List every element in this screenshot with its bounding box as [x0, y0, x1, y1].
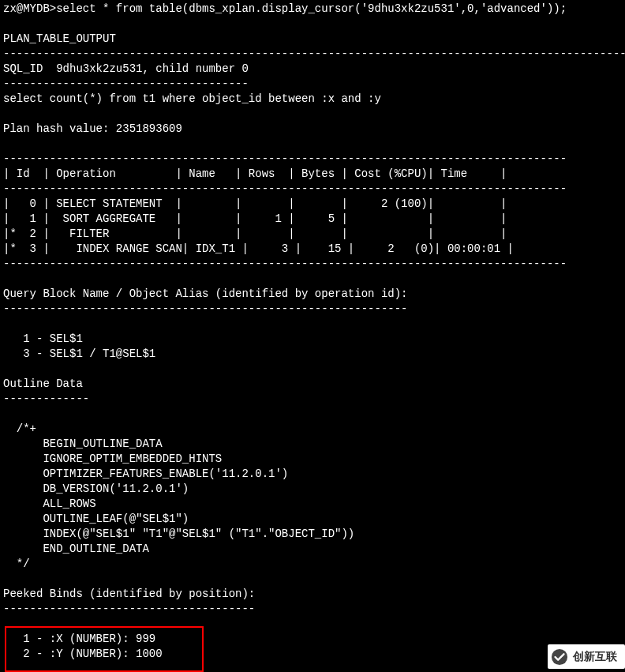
- query-text: select count(*) from t1 where object_id …: [3, 92, 381, 105]
- separator: ----------------------------------------…: [3, 47, 625, 60]
- outline-hint: IGNORE_OPTIM_EMBEDDED_HINTS: [3, 452, 222, 465]
- outline-hint: OUTLINE_LEAF(@"SEL$1"): [3, 512, 189, 525]
- table-row: |* 3 | INDEX RANGE SCAN| IDX_T1 | 3 | 15…: [3, 242, 514, 255]
- table-row: |* 2 | FILTER | | | | | |: [3, 227, 507, 240]
- outline-hint: DB_VERSION('11.2.0.1'): [3, 482, 189, 495]
- plan-table-output-label: PLAN_TABLE_OUTPUT: [3, 32, 116, 45]
- watermark: 创新互联: [548, 644, 625, 669]
- prompt-line: zx@MYDB>select * from table(dbms_xplan.d…: [3, 2, 567, 15]
- outline-hint: OPTIMIZER_FEATURES_ENABLE('11.2.0.1'): [3, 467, 288, 480]
- svg-point-0: [552, 648, 567, 664]
- table-border: ----------------------------------------…: [3, 182, 567, 195]
- table-row: | 0 | SELECT STATEMENT | | | | 2 (100)| …: [3, 197, 507, 210]
- table-header: | Id | Operation | Name | Rows | Bytes |…: [3, 167, 507, 180]
- bind-line: 2 - :Y (NUMBER): 1000: [3, 648, 163, 660]
- table-border: ----------------------------------------…: [3, 152, 567, 165]
- query-block-line: 1 - SEL$1: [3, 332, 83, 345]
- outline-close: */: [3, 557, 30, 570]
- bind-line: 1 - :X (NUMBER): 999: [3, 633, 155, 645]
- separator: --------------------------------------: [3, 603, 255, 615]
- table-row: | 1 | SORT AGGREGATE | | 1 | 5 | | |: [3, 212, 507, 225]
- separator: ----------------------------------------…: [3, 302, 407, 315]
- peeked-binds-title: Peeked Binds (identified by position):: [3, 588, 255, 600]
- separator: -------------------------------------: [3, 77, 249, 90]
- separator: -------------: [3, 392, 89, 405]
- outline-open: /*+: [3, 422, 36, 435]
- outline-hint: BEGIN_OUTLINE_DATA: [3, 437, 163, 450]
- sql-id-line: SQL_ID 9dhu3xk2zu531, child number 0: [3, 62, 249, 75]
- plan-hash-line: Plan hash value: 2351893609: [3, 122, 182, 135]
- outline-hint: END_OUTLINE_DATA: [3, 542, 149, 555]
- watermark-text: 创新互联: [573, 650, 617, 663]
- watermark-logo-icon: [551, 648, 568, 666]
- terminal-output: zx@MYDB>select * from table(dbms_xplan.d…: [0, 0, 625, 672]
- outline-title: Outline Data: [3, 377, 83, 390]
- outline-hint: ALL_ROWS: [3, 497, 96, 510]
- table-border: ----------------------------------------…: [3, 257, 567, 270]
- query-block-line: 3 - SEL$1 / T1@SEL$1: [3, 347, 155, 360]
- outline-hint: INDEX(@"SEL$1" "T1"@"SEL$1" ("T1"."OBJEC…: [3, 527, 354, 540]
- query-block-title: Query Block Name / Object Alias (identif…: [3, 287, 407, 300]
